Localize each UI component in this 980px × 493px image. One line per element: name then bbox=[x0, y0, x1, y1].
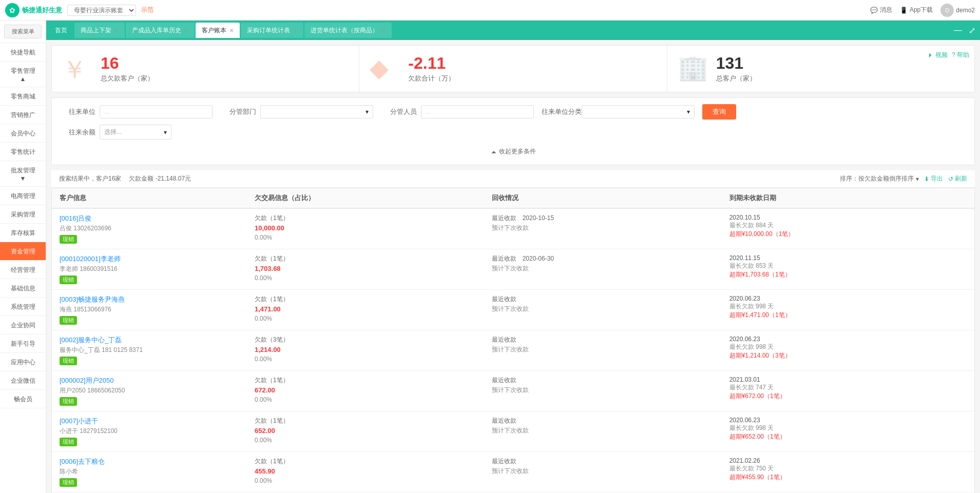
overdue-link-5[interactable]: 超期¥652.00（1笔） bbox=[729, 432, 967, 441]
sidebar-item-batch-mgmt[interactable]: 批发管理 ▼ bbox=[0, 161, 46, 187]
overdue-link-1[interactable]: 超期¥1,703.68（1笔） bbox=[729, 270, 967, 279]
tab-minimize-icon[interactable]: — bbox=[952, 25, 964, 36]
customer-id-0[interactable]: [0016]吕俊 bbox=[60, 214, 255, 223]
due-date-6: 2021.02.26 bbox=[729, 457, 967, 464]
tab-purchase-stats-close-icon[interactable]: ✕ bbox=[381, 28, 386, 33]
sidebar-item-newbie[interactable]: 新手引导 bbox=[0, 334, 46, 353]
overdue-days-0: 最长欠款 884 天 bbox=[729, 221, 967, 230]
sidebar-item-capital-mgmt[interactable]: 资金管理 bbox=[0, 242, 46, 261]
status-badge-4: 现销 bbox=[60, 397, 77, 406]
debt-info-1: 欠款（1笔） 1,703.68 0.00% bbox=[255, 254, 492, 282]
tab-home[interactable]: 首页 bbox=[49, 23, 73, 38]
tab-goods-onoff[interactable]: 商品上下架 ✕ bbox=[74, 23, 125, 38]
table-row: [0006]去下粮仓 陈小希 现销 欠款（1笔） 455.90 0.00% 最近… bbox=[52, 452, 974, 492]
customer-id-1[interactable]: [0001020001]李老师 bbox=[60, 254, 255, 264]
recover-info-3: 最近收款 预计下次收款 bbox=[492, 336, 729, 354]
sidebar-item-quick-nav[interactable]: 快捷导航 bbox=[0, 43, 46, 62]
tab-customer-account[interactable]: 客户账本 ✕ bbox=[196, 23, 240, 38]
debt-ratio-2: 0.00% bbox=[255, 315, 492, 322]
sidebar-item-corp-collab[interactable]: 企业协同 bbox=[0, 316, 46, 334]
tab-goods-onoff-close-icon[interactable]: ✕ bbox=[114, 28, 119, 33]
sidebar-item-ecom-mgmt[interactable]: 电商管理 bbox=[0, 187, 46, 205]
user-menu[interactable]: D demo2 bbox=[940, 4, 975, 17]
collapse-up-icon: ⏶ bbox=[491, 148, 497, 155]
logo-icon: ✿ bbox=[5, 3, 20, 17]
sidebar-demo-label[interactable]: 示范 bbox=[141, 6, 153, 14]
sidebar-item-stock-check[interactable]: 库存核算 bbox=[0, 224, 46, 242]
customer-id-3[interactable]: [0002]服务中心_丁磊 bbox=[60, 336, 255, 345]
overdue-link-4[interactable]: 超期¥672.00（1笔） bbox=[729, 392, 967, 401]
debt-amount-6: 455.90 bbox=[255, 467, 492, 475]
status-badge-3: 现销 bbox=[60, 357, 77, 365]
filter-area: 往来单位 ... 分管部门 ▾ bbox=[51, 97, 975, 165]
overdue-link-2[interactable]: 超期¥1,471.00（1笔） bbox=[729, 311, 967, 320]
tab-bar-actions: — ⤢ bbox=[952, 25, 977, 36]
debt-info-6: 欠款（1笔） 455.90 0.00% bbox=[255, 457, 492, 484]
sidebar-item-base-info[interactable]: 基础信息 bbox=[0, 279, 46, 298]
query-button[interactable]: 查询 bbox=[702, 104, 736, 120]
next-collect-1: 预计下次收款 bbox=[492, 264, 729, 273]
sidebar-item-sys-mgmt[interactable]: 系统管理 bbox=[0, 298, 46, 316]
unit-category-label: 往来单位分类 bbox=[542, 107, 578, 116]
tab-purchase-order[interactable]: 采购订单统计表 ✕ bbox=[241, 23, 303, 38]
sidebar-item-member[interactable]: 会员中心 bbox=[0, 124, 46, 143]
dept-label: 分管部门 bbox=[220, 107, 256, 116]
overdue-days-4: 最长欠款 747 天 bbox=[729, 383, 967, 392]
table-header: 客户信息 欠交易信息（占比） 回收情况 到期未收款日期 bbox=[52, 188, 974, 209]
filter-collapse-btn[interactable]: ⏶ 收起更多条件 bbox=[60, 145, 967, 159]
overdue-link-0[interactable]: 超期¥10,000.00（1笔） bbox=[729, 230, 967, 239]
due-date-0: 2020.10.15 bbox=[729, 214, 967, 221]
debt-count-3: 欠款（3笔） bbox=[255, 336, 492, 344]
sidebar-item-purchase-mgmt[interactable]: 采购管理 bbox=[0, 205, 46, 224]
tab-purchase-stats[interactable]: 进货单统计表（按商品） ✕ bbox=[304, 23, 392, 38]
refresh-icon: ↺ bbox=[948, 175, 953, 183]
sidebar-item-app-center[interactable]: 应用中心 bbox=[0, 353, 46, 371]
sidebar-item-biz-mgmt[interactable]: 经营管理 bbox=[0, 261, 46, 279]
message-btn[interactable]: 💬 消息 bbox=[870, 6, 892, 14]
customer-info-6: [0006]去下粮仓 陈小希 现销 bbox=[60, 457, 255, 487]
tab-product-history[interactable]: 产成品入库单历史 ✕ bbox=[126, 23, 195, 38]
export-btn[interactable]: ⬇ 导出 bbox=[924, 174, 943, 183]
customer-id-2[interactable]: [0003]畅捷服务尹海燕 bbox=[60, 295, 255, 304]
stat-number-debt-amount: -2.11 bbox=[408, 54, 455, 72]
balance-select[interactable]: 选择... ▾ bbox=[100, 125, 171, 140]
tab-customer-account-close-icon[interactable]: ✕ bbox=[229, 28, 234, 33]
overdue-link-6[interactable]: 超期¥455.90（1笔） bbox=[729, 473, 967, 482]
sidebar-item-retail-mgmt[interactable]: 零售管理 ▲ bbox=[0, 62, 46, 87]
overdue-link-3[interactable]: 超期¥1,214.00（3笔） bbox=[729, 351, 967, 360]
customer-id-5[interactable]: [0007]小进干 bbox=[60, 417, 255, 426]
search-menu-btn[interactable]: 搜索菜单 bbox=[4, 25, 42, 38]
tab-maximize-icon[interactable]: ⤢ bbox=[967, 25, 977, 36]
sidebar-item-retail-stats[interactable]: 零售统计 bbox=[0, 143, 46, 161]
sidebar: 搜索菜单 快捷导航 零售管理 ▲ 零售商城 营销推广 会员中心 零售统计 批发管… bbox=[0, 21, 46, 493]
help-link[interactable]: ? 帮助 bbox=[952, 51, 969, 60]
customer-id-4[interactable]: [000002]用户2050 bbox=[60, 376, 255, 385]
customer-id-6[interactable]: [0006]去下粮仓 bbox=[60, 457, 255, 466]
app-download-btn[interactable]: 📱 App下载 bbox=[900, 6, 933, 14]
dept-select[interactable]: ▾ bbox=[260, 105, 373, 119]
collapse-label: 收起更多条件 bbox=[499, 147, 536, 156]
sort-select[interactable]: 排序：按欠款金额倒序排序 ▾ bbox=[840, 174, 919, 183]
refresh-btn[interactable]: ↺ 刷新 bbox=[948, 174, 967, 183]
refresh-label: 刷新 bbox=[955, 174, 967, 183]
filter-from-unit: 往来单位 ... bbox=[60, 105, 213, 119]
sidebar-item-retail-store[interactable]: 零售商城 bbox=[0, 87, 46, 106]
sidebar-item-corp-wechat[interactable]: 企业微信 bbox=[0, 371, 46, 390]
stat-label-total-customers: 总客户（家） bbox=[716, 74, 756, 83]
tab-purchase-order-close-icon[interactable]: ✕ bbox=[293, 28, 297, 33]
sidebar-item-marketing[interactable]: 营销推广 bbox=[0, 106, 46, 124]
recover-info-5: 最近收款 预计下次收款 bbox=[492, 417, 729, 435]
recover-info-2: 最近收款 预计下次收款 bbox=[492, 295, 729, 313]
customer-info-0: [0016]吕俊 吕俊 13026203696 现销 bbox=[60, 214, 255, 244]
next-collect-3: 预计下次收款 bbox=[492, 345, 729, 354]
customer-contact-1: 李老师 18600391516 bbox=[60, 265, 255, 273]
next-collect-5: 预计下次收款 bbox=[492, 426, 729, 435]
debt-count-1: 欠款（1笔） bbox=[255, 254, 492, 263]
stat-label-debt-amount: 欠款合计（万） bbox=[408, 74, 455, 83]
last-collect-5: 最近收款 bbox=[492, 417, 729, 425]
sidebar-item-member-vip[interactable]: 畅会员 bbox=[0, 390, 46, 408]
store-select[interactable]: 母婴行业演示账套 bbox=[67, 5, 136, 16]
unit-category-select[interactable]: ▾ bbox=[582, 105, 695, 119]
tab-product-history-close-icon[interactable]: ✕ bbox=[184, 28, 188, 33]
video-link[interactable]: ⏵ 视频 bbox=[928, 51, 948, 60]
